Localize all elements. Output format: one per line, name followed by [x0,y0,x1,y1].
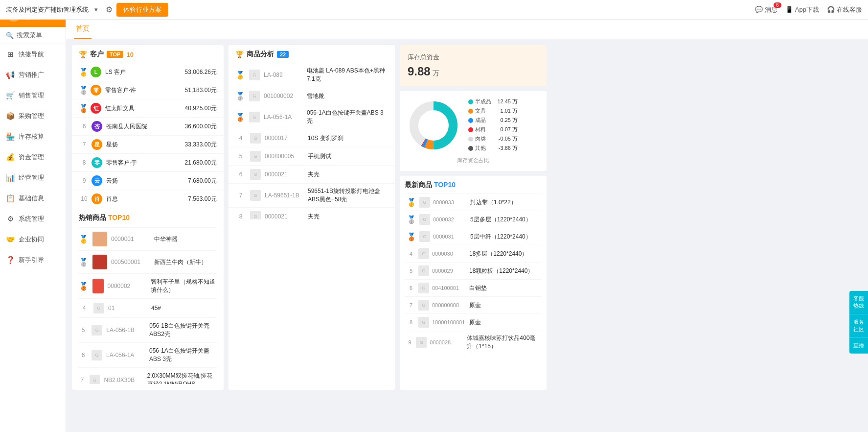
rank-medal: 🥇 [407,198,416,207]
sidebar-item-quick-nav[interactable]: ⊞ 快捷导航 [0,44,66,65]
customer-amount: 53,006.26元 [185,68,217,76]
customer-amount: 7,563.00元 [188,195,217,203]
product-code: LA-056-1B [106,327,145,334]
purchase-icon: 📦 [6,112,15,120]
messages-button[interactable]: 💬 消息 6 [755,5,777,14]
top-customers-panel: 🏆 客户 TOP 10 🥇 L LS 客户 53,006.26元 🥈 零 零售客… [72,45,224,390]
customer-avatar: 零 [91,85,101,96]
legend-color [468,99,473,104]
product-name: 夹壳 [308,213,388,220]
rank-number: 9 [79,177,90,184]
product-name: 体城嘉核味苏打饮品400毫升（1*15） [467,334,540,350]
customer-name: 星扬 [106,141,185,149]
product-code: 0000021 [265,171,304,178]
customer-avatar: 星 [91,139,102,150]
list-item: 🥈 G 0000032 5层多层（1220*2440） [405,211,542,228]
table-row: 🥇 L LS 客户 53,006.26元 [72,63,224,81]
stock-icon: 🏪 [6,132,15,141]
customer-name: 肖总 [106,195,188,203]
sidebar-item-stock[interactable]: 🏪 库存核算 [0,126,66,147]
product-name: 18颗粒板（1220*2440） [469,267,533,275]
list-item: 4 G 0000030 18多层（1220*2440） [405,245,542,262]
rank-number: 4 [235,135,246,142]
rank-number: 7 [407,302,415,308]
product-code: LA-056-1A [106,352,145,359]
float-buttons: 客服热线 服务社区 直播 [849,291,868,354]
top-customers-list: 🥇 L LS 客户 53,006.26元 🥈 零 零售客户·许 51,183.0… [72,63,224,208]
trial-button[interactable]: 体验行业方案 [116,3,168,17]
customer-avatar: 杏 [91,121,102,132]
sidebar-item-basic[interactable]: 📋 基础信息 [0,188,66,209]
sidebar-item-finance[interactable]: 💰 资金管理 [0,147,66,168]
legend-item: 半成品 12.45 万 [468,98,518,105]
product-name: 雪地靴 [307,92,388,100]
marketing-icon: 📢 [6,71,15,79]
rank-number: 7 [79,141,90,148]
list-item: 🥉 G LA-056-1A 056-1A白色按键开关盖ABS 3壳 [228,105,395,129]
top-customers-trophy: 🏆 [79,50,87,58]
settings-icon[interactable]: ⚙ [106,5,113,14]
rank-medal-bronze: 🥉 [79,282,89,291]
app-download-button[interactable]: 📱 App下载 [785,5,819,14]
list-item: 7 G 000800008 原壶 [405,296,542,313]
product-code: 0000029 [432,268,466,274]
list-item: 🥉 G 0000031 5层中纤（1220*2440） [405,228,542,245]
product-code: LA-59651-1B [265,192,304,199]
customer-name: 零售客户·于 [106,159,185,167]
rank-number: 8 [235,213,246,219]
product-code: 0000021 [265,213,304,219]
product-name: 2.0X30MM双搓花轴,搓花直径2.1MM/ROHS [147,372,217,384]
list-item: 🥇 G 0000033 封边带（1.0*22） [405,193,542,211]
stock-unit: 万 [433,69,439,78]
sidebar-item-enterprise[interactable]: 🤝 企业协同 [0,229,66,250]
rank-medal-gold: 🥇 [79,235,89,244]
product-name: 电池盖 LA-089 ABS本色+黑种 7.1克 [307,67,388,83]
legend-item: 成品 0.25 万 [468,117,518,124]
sidebar-item-sales[interactable]: 🛒 销售管理 [0,85,66,106]
sidebar-item-marketing[interactable]: 📢 营销推广 [0,65,66,85]
sidebar-item-purchase[interactable]: 📦 采购管理 [0,106,66,126]
headset-icon: 🎧 [827,6,835,13]
analysis-trophy: 🏆 [235,50,244,58]
product-img-placeholder: G [250,211,261,219]
live-broadcast-button[interactable]: 直播 [849,338,868,354]
message-icon: 💬 [755,6,763,13]
product-code: 0000030 [432,251,466,257]
customer-avatar: 零 [91,157,102,168]
sidebar-item-operation[interactable]: 📊 经营管理 [0,168,66,188]
rank-number: 10 [79,195,90,202]
product-name: 中华神器 [154,235,178,243]
topbar: 装备及固定资产辅助管理系统 ▾ ⚙ 体验行业方案 💬 消息 6 📱 App下载 … [0,0,868,20]
legend-color [468,127,473,132]
new-products-panel: 最新商品 TOP10 🥇 G 0000033 封边带（1.0*22） 🥈 G 0… [400,176,547,390]
table-row: 7 星 星扬 33,333.00元 [72,135,224,153]
search-menu[interactable]: 🔍 搜索菜单 [0,27,66,44]
online-service-button[interactable]: 🎧 在线客服 [827,5,862,14]
product-img: G [419,214,430,225]
customer-avatar: L [91,67,101,77]
table-row: 9 云 云扬 7,680.00元 [72,171,224,190]
product-code: 0000028 [430,339,464,345]
product-code: 01 [108,305,147,312]
chart-legend: 半成品 12.45 万 文具 1.01 万 成品 0.25 万 [468,98,518,154]
product-img: G [418,300,429,311]
customer-hotline-button[interactable]: 客服热线 [849,291,868,314]
product-img-placeholder: G [249,70,260,80]
system-dropdown-icon[interactable]: ▾ [94,6,98,13]
finance-icon: 💰 [6,153,15,162]
product-name: 45# [151,305,161,312]
list-item: 5 G 000800005 手机测试 [228,147,395,165]
rank-number: 4 [79,305,90,312]
stock-title: 库存总资金 [408,53,539,62]
sidebar-item-system[interactable]: ⚙ 系统管理 [0,209,66,229]
service-community-button[interactable]: 服务社区 [849,314,868,338]
product-img: G [419,231,430,242]
top-customers-count: 10 [126,51,133,58]
table-row: 10 肖 肖总 7,563.00元 [72,190,224,208]
list-item: 🥈 000500001 新西兰牛肉（新牛） [79,250,217,273]
sidebar-item-guide[interactable]: ❓ 新手引导 [0,250,66,270]
customer-avatar: 红 [91,103,101,114]
legend-color [468,137,473,142]
legend-item: 肉类 -0.05 万 [468,135,518,143]
rank-medal: 🥈 [235,92,245,101]
